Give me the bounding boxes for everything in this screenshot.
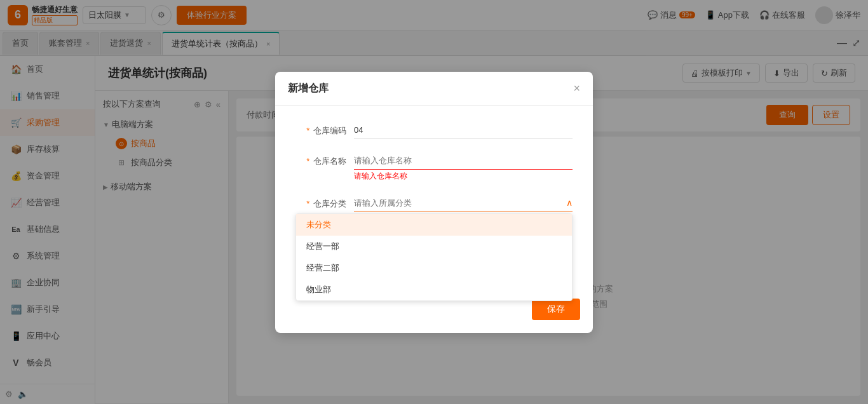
category-chevron-icon[interactable]: ∧ — [566, 198, 573, 208]
form-row-category: * 仓库分类 ∧ 未分类 经营一部 经营二部 物业部 — [295, 194, 573, 212]
form-row-name: * 仓库名称 请输入仓库名称 — [295, 152, 573, 182]
name-field-wrap: 请输入仓库名称 — [354, 152, 573, 182]
modal-close-btn[interactable]: × — [573, 82, 580, 95]
dropdown-item-property[interactable]: 物业部 — [296, 279, 572, 300]
code-label: * 仓库编码 — [295, 121, 346, 137]
category-input[interactable] — [354, 194, 566, 212]
modal-title: 新增仓库 — [288, 82, 329, 95]
name-input[interactable] — [354, 152, 573, 170]
save-button[interactable]: 保存 — [532, 299, 580, 320]
name-error-tip: 请输入仓库名称 — [354, 171, 573, 182]
code-field-wrap — [354, 121, 573, 139]
modal-overlay: 新增仓库 × * 仓库编码 * 仓库名称 — [0, 0, 868, 404]
category-input-wrap: ∧ — [354, 194, 573, 212]
dropdown-item-dept1[interactable]: 经营一部 — [296, 236, 572, 257]
code-input[interactable] — [354, 121, 573, 139]
category-label: * 仓库分类 — [295, 194, 346, 210]
category-label-text: 仓库分类 — [313, 199, 346, 208]
form-row-code: * 仓库编码 — [295, 121, 573, 139]
dropdown-item-dept2[interactable]: 经营二部 — [296, 257, 572, 279]
category-required: * — [306, 199, 309, 208]
modal-header: 新增仓库 × — [275, 72, 593, 106]
code-label-text: 仓库编码 — [313, 126, 346, 135]
modal-body: * 仓库编码 * 仓库名称 请输入仓库名称 — [275, 106, 593, 291]
name-required: * — [306, 156, 309, 166]
dropdown-item-none[interactable]: 未分类 — [296, 214, 572, 236]
new-warehouse-modal: 新增仓库 × * 仓库编码 * 仓库名称 — [275, 72, 593, 333]
category-dropdown: 未分类 经营一部 经营二部 物业部 — [295, 213, 573, 301]
category-field-wrap: ∧ 未分类 经营一部 经营二部 物业部 — [354, 194, 573, 212]
name-label-text: 仓库名称 — [313, 156, 346, 166]
code-required: * — [306, 126, 309, 135]
name-label: * 仓库名称 — [295, 152, 346, 167]
